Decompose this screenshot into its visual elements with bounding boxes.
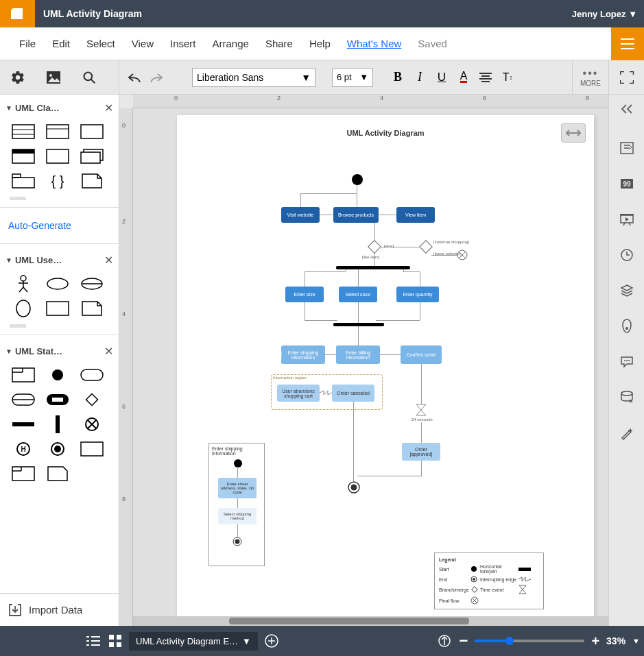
shape-final[interactable]: [44, 440, 71, 458]
layers-icon[interactable]: [619, 282, 635, 299]
shape-class-header[interactable]: [10, 147, 37, 165]
node-time-event[interactable]: [416, 404, 427, 416]
node-flow-final[interactable]: [457, 250, 468, 260]
chat-icon[interactable]: [619, 354, 635, 370]
auto-generate-link[interactable]: Auto-Generate: [0, 210, 119, 241]
navigator-icon[interactable]: [619, 140, 635, 156]
shape-rounded[interactable]: [78, 366, 106, 384]
shape-note3[interactable]: [44, 465, 71, 483]
close-icon[interactable]: ✕: [104, 345, 113, 358]
history-icon[interactable]: [619, 247, 635, 263]
grid-view-icon[interactable]: [107, 633, 123, 649]
node-order-canceled[interactable]: Order canceled: [332, 385, 374, 402]
node-browse-products[interactable]: Browse products: [333, 207, 379, 223]
shape-ellipse-split[interactable]: [78, 275, 106, 293]
shape-group-uml-class[interactable]: ▼UML Cla…✕: [0, 95, 119, 119]
data-icon[interactable]: [619, 389, 635, 406]
shape-circle-x[interactable]: [78, 415, 106, 433]
menu-arrange[interactable]: Arrange: [204, 34, 257, 53]
bold-icon[interactable]: B: [390, 69, 406, 86]
shape-tab-rect[interactable]: [10, 366, 37, 384]
node-select-color[interactable]: Select color: [339, 287, 377, 302]
page-tab[interactable]: UML Activity Diagram E…▼: [129, 632, 258, 651]
node-decision-2[interactable]: [419, 240, 433, 254]
zoom-out-icon[interactable]: −: [460, 632, 468, 650]
node-confirm-order[interactable]: Confirm order: [401, 345, 442, 364]
node-order-approved[interactable]: Order [approved]: [402, 443, 440, 461]
canvas-viewport[interactable]: UML Activity Diagram Visit website Brows…: [133, 108, 608, 626]
node-join[interactable]: [333, 323, 384, 326]
collapse-panel-icon[interactable]: [617, 100, 637, 121]
auto-layout-icon[interactable]: [561, 123, 586, 143]
shape-class-3row[interactable]: [10, 123, 37, 141]
shape-actor[interactable]: [10, 275, 37, 293]
document-title[interactable]: UML Activity Diagram: [43, 8, 142, 19]
text-color-icon[interactable]: A: [455, 69, 472, 86]
node-enter-qty[interactable]: Enter quantity: [396, 287, 439, 302]
shape-rounded-split[interactable]: [10, 391, 37, 409]
menu-file[interactable]: File: [11, 34, 44, 53]
node-activity-final[interactable]: [348, 481, 360, 494]
underline-icon[interactable]: U: [433, 69, 450, 86]
shape-rounded-label[interactable]: [44, 391, 71, 409]
shape-rect3[interactable]: [78, 440, 106, 458]
import-data-button[interactable]: Import Data: [0, 593, 119, 626]
comments-icon[interactable]: 99: [619, 175, 635, 192]
align-icon[interactable]: [477, 69, 494, 86]
node-view-item[interactable]: View item: [396, 207, 435, 223]
shape-oval-tall[interactable]: [10, 300, 37, 317]
shape-rect2[interactable]: [44, 300, 71, 317]
shape-group-uml-usecase[interactable]: ▼UML Use…✕: [0, 247, 119, 271]
shape-tab-rect2[interactable]: [10, 465, 37, 483]
shape-bar-v[interactable]: [44, 415, 71, 433]
menu-whats-new[interactable]: What's New: [339, 34, 410, 53]
node-enter-size[interactable]: Enter size: [285, 287, 324, 302]
presentation-icon[interactable]: [619, 211, 635, 228]
outline-icon[interactable]: [85, 633, 102, 649]
shape-class-rect[interactable]: [78, 123, 106, 141]
node-enter-shipping[interactable]: Enter shipping information: [281, 345, 325, 364]
shape-circle-filled[interactable]: [44, 366, 71, 384]
zoom-in-icon[interactable]: +: [591, 633, 599, 649]
horizontal-scrollbar[interactable]: [133, 616, 608, 626]
add-page-icon[interactable]: [263, 633, 280, 649]
paint-icon[interactable]: [619, 318, 635, 335]
shape-multi-rect[interactable]: [78, 147, 106, 165]
shape-braces[interactable]: { }: [44, 172, 71, 190]
sub-node-method[interactable]: Select shipping method: [218, 508, 257, 524]
shape-note[interactable]: [78, 172, 106, 190]
font-selector[interactable]: Liberation Sans▼: [192, 68, 315, 87]
text-format-icon[interactable]: T↕: [499, 69, 516, 86]
zoom-level[interactable]: 33%: [606, 635, 625, 646]
node-visit-website[interactable]: Visit website: [281, 207, 320, 223]
shape-history[interactable]: H: [10, 440, 37, 458]
italic-icon[interactable]: I: [412, 69, 428, 86]
font-size-selector[interactable]: 6 pt▼: [332, 68, 373, 87]
node-user-abandons[interactable]: User abandons shopping cart: [277, 385, 320, 402]
shape-class-2row[interactable]: [44, 123, 71, 141]
shape-group-uml-state[interactable]: ▼UML Stat…✕: [0, 338, 119, 362]
hamburger-button[interactable]: [611, 27, 644, 60]
menu-insert[interactable]: Insert: [162, 34, 204, 53]
shape-ellipse[interactable]: [44, 275, 71, 293]
menu-share[interactable]: Share: [257, 34, 301, 53]
sub-diagram-shipping[interactable]: Enter shipping information Enter street …: [208, 443, 265, 566]
zoom-slider[interactable]: [475, 640, 584, 642]
shape-rect-outline[interactable]: [44, 147, 71, 165]
zoom-fit-icon[interactable]: [436, 633, 453, 649]
sub-node-address[interactable]: Enter street address, state, zip code: [218, 478, 257, 498]
close-icon[interactable]: ✕: [104, 101, 113, 114]
search-icon[interactable]: [81, 69, 97, 86]
shape-note2[interactable]: [78, 300, 106, 317]
menu-edit[interactable]: Edit: [44, 34, 78, 53]
canvas-area[interactable]: 0 2 4 6 8 0 2 4 6 8 UML Activity Diagram: [119, 95, 608, 626]
app-logo[interactable]: [0, 0, 35, 27]
fullscreen-icon[interactable]: [608, 60, 644, 95]
undo-icon[interactable]: [126, 69, 143, 86]
shape-package[interactable]: [10, 172, 37, 190]
diagram-page[interactable]: UML Activity Diagram Visit website Brows…: [177, 115, 594, 624]
node-decision-1[interactable]: [368, 240, 381, 254]
menu-select[interactable]: Select: [78, 34, 123, 53]
more-tools[interactable]: ••• MORE: [572, 60, 608, 95]
magic-icon[interactable]: [619, 425, 635, 441]
